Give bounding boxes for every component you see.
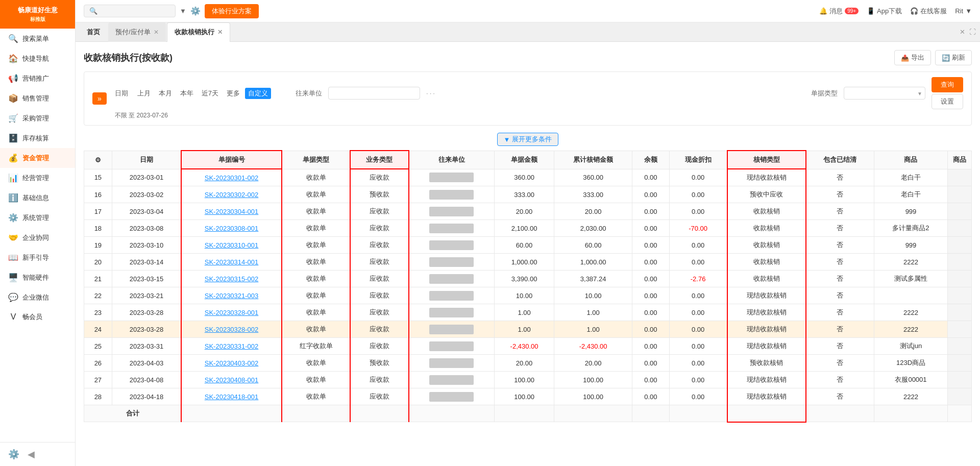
th-product2[interactable]: 商品 <box>948 151 972 169</box>
export-button[interactable]: 📤 导出 <box>894 50 931 65</box>
tab-receivable[interactable]: 收款核销执行 ✕ <box>167 22 230 42</box>
th-product[interactable]: 商品 <box>874 151 947 169</box>
date-opt-custom[interactable]: 自定义 <box>245 88 271 99</box>
voucher-no-link[interactable]: SK-20230408-001 <box>205 376 259 384</box>
date-opt-this-month[interactable]: 本月 <box>156 88 175 99</box>
app-download-item[interactable]: 📱 App下载 <box>867 7 902 16</box>
voucher-type-select-wrap <box>844 87 925 100</box>
sidebar-item-finance[interactable]: 💰 资金管理 <box>0 148 75 168</box>
cell-writeoff-type: 收款核销 <box>727 237 806 254</box>
voucher-no-link[interactable]: SK-20230314-001 <box>205 258 259 266</box>
tab-receivable-close-icon[interactable]: ✕ <box>217 29 223 36</box>
voucher-no-link[interactable]: SK-20230308-001 <box>205 225 259 232</box>
cell-voucher-no[interactable]: SK-20230328-001 <box>181 304 282 321</box>
sidebar-item-operation[interactable]: 📊 经营管理 <box>0 168 75 188</box>
cell-voucher-no[interactable]: SK-20230418-001 <box>181 388 282 405</box>
cell-voucher-no[interactable]: SK-20230308-001 <box>181 220 282 237</box>
voucher-no-link[interactable]: SK-20230331-002 <box>205 342 259 350</box>
voucher-no-link[interactable]: SK-20230418-001 <box>205 393 259 401</box>
sidebar-item-sales[interactable]: 📦 销售管理 <box>0 88 75 108</box>
filter-toggle-button[interactable]: » <box>92 92 107 105</box>
tab-close-all-icon[interactable]: ✕ <box>960 28 965 36</box>
solution-button[interactable]: 体验行业方案 <box>205 4 259 18</box>
table-row: 16 2023-03-02 SK-20230302-002 收款单 预收款 ██… <box>84 186 972 203</box>
th-biz-type[interactable]: 业务类型 <box>350 151 408 169</box>
cell-voucher-no[interactable]: SK-20230310-001 <box>181 237 282 254</box>
setting-button[interactable]: 设置 <box>932 94 963 109</box>
voucher-no-link[interactable]: SK-20230321-003 <box>205 292 259 300</box>
topbar-search[interactable]: 🔍 <box>84 5 176 17</box>
sidebar-item-guide[interactable]: 📖 新手引导 <box>0 248 75 267</box>
cell-voucher-no[interactable]: SK-20230314-001 <box>181 254 282 271</box>
voucher-no-link[interactable]: SK-20230328-001 <box>205 309 259 316</box>
th-date[interactable]: 日期 <box>112 151 181 169</box>
voucher-type-select[interactable] <box>844 87 925 100</box>
th-balance[interactable]: 余额 <box>632 151 670 169</box>
sidebar-item-quick[interactable]: 🏠 快捷导航 <box>0 48 75 68</box>
sidebar-item-member[interactable]: V 畅会员 <box>0 307 75 327</box>
cell-partner: ██████ <box>409 388 495 405</box>
tab-payable[interactable]: 预付/应付单 ✕ <box>108 22 166 42</box>
footer-label: 合计 <box>84 405 182 422</box>
purchase-icon: 🛒 <box>8 113 18 123</box>
user-avatar[interactable]: Rit ▼ <box>955 7 972 15</box>
cell-partner: ██████ <box>409 220 495 237</box>
voucher-no-link[interactable]: SK-20230302-002 <box>205 191 259 199</box>
table-row: 21 2023-03-15 SK-20230315-002 收款单 应收款 ██… <box>84 271 972 287</box>
voucher-no-link[interactable]: SK-20230301-002 <box>205 174 259 182</box>
expand-button[interactable]: ▼ 展开更多条件 <box>497 133 559 146</box>
date-opt-7days[interactable]: 近7天 <box>199 88 222 99</box>
date-opt-this-year[interactable]: 本年 <box>177 88 197 99</box>
cell-voucher-no[interactable]: SK-20230321-003 <box>181 287 282 304</box>
query-button[interactable]: 查询 <box>932 77 963 92</box>
sidebar-item-hardware[interactable]: 🖥️ 智能硬件 <box>0 267 75 287</box>
th-voucher-no[interactable]: 单据编号 <box>181 151 282 169</box>
partner-input[interactable] <box>328 87 420 100</box>
online-service-item[interactable]: 🎧 在线客服 <box>910 7 947 16</box>
cell-voucher-no[interactable]: SK-20230301-002 <box>181 169 282 186</box>
refresh-button[interactable]: 🔄 刷新 <box>935 50 972 65</box>
voucher-no-link[interactable]: SK-20230315-002 <box>205 275 259 283</box>
sidebar-item-search[interactable]: 🔍 搜索菜单 <box>0 29 75 48</box>
sidebar-item-enterprise[interactable]: 🤝 企业协同 <box>0 228 75 248</box>
cell-partner: ██████ <box>409 338 495 355</box>
cell-voucher-no[interactable]: SK-20230403-002 <box>181 355 282 372</box>
sidebar-item-system[interactable]: ⚙️ 系统管理 <box>0 208 75 228</box>
cell-total-writeoff: 333.00 <box>554 186 632 203</box>
gear-icon[interactable]: ⚙️ <box>190 6 201 16</box>
cell-product2 <box>948 338 972 355</box>
th-gear[interactable]: ⚙ <box>84 151 112 169</box>
th-include-settled[interactable]: 包含已结清 <box>806 151 874 169</box>
cell-balance: 0.00 <box>632 287 670 304</box>
th-amount[interactable]: 单据金额 <box>494 151 554 169</box>
tab-expand-icon[interactable]: ⛶ <box>969 28 976 36</box>
cell-voucher-no[interactable]: SK-20230408-001 <box>181 372 282 388</box>
sidebar-item-inventory[interactable]: 🗄️ 库存核算 <box>0 128 75 148</box>
date-opt-last-month[interactable]: 上月 <box>134 88 154 99</box>
voucher-no-link[interactable]: SK-20230403-002 <box>205 359 259 367</box>
cell-voucher-no[interactable]: SK-20230304-001 <box>181 203 282 220</box>
tab-home[interactable]: 首页 <box>80 22 107 42</box>
date-opt-more[interactable]: 更多 <box>224 88 243 99</box>
voucher-no-link[interactable]: SK-20230304-001 <box>205 208 259 215</box>
th-cash-discount[interactable]: 现金折扣 <box>669 151 727 169</box>
notification-item[interactable]: 🔔 消息 99+ <box>819 7 859 16</box>
th-partner[interactable]: 往来单位 <box>409 151 495 169</box>
tab-payable-close-icon[interactable]: ✕ <box>154 29 159 36</box>
settings-gear-icon[interactable]: ⚙️ <box>8 449 19 460</box>
th-total-writeoff[interactable]: 累计核销金额 <box>554 151 632 169</box>
voucher-no-link[interactable]: SK-20230328-002 <box>205 326 259 333</box>
sidebar-item-purchase[interactable]: 🛒 采购管理 <box>0 108 75 128</box>
th-writeoff-type[interactable]: 核销类型 <box>727 151 806 169</box>
sidebar-item-basic[interactable]: ℹ️ 基础信息 <box>0 188 75 208</box>
sidebar-collapse-icon[interactable]: ◀ <box>28 449 35 460</box>
cell-voucher-no[interactable]: SK-20230315-002 <box>181 271 282 287</box>
dropdown-arrow-icon[interactable]: ▼ <box>180 7 186 15</box>
th-voucher-type[interactable]: 单据类型 <box>282 151 350 169</box>
sidebar-item-weixin[interactable]: 💬 企业微信 <box>0 287 75 307</box>
cell-voucher-no[interactable]: SK-20230328-002 <box>181 321 282 338</box>
sidebar-item-marketing[interactable]: 📢 营销推广 <box>0 68 75 88</box>
cell-voucher-no[interactable]: SK-20230302-002 <box>181 186 282 203</box>
voucher-no-link[interactable]: SK-20230310-001 <box>205 241 259 249</box>
cell-voucher-no[interactable]: SK-20230331-002 <box>181 338 282 355</box>
